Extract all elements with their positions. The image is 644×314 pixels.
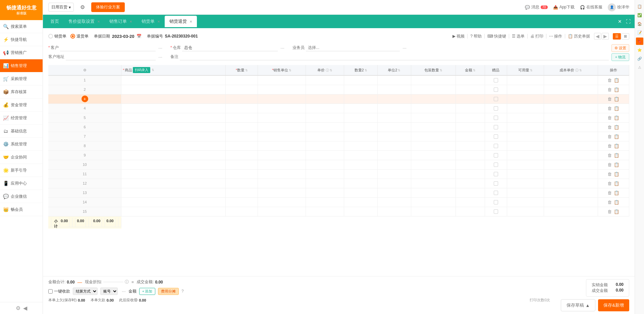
copy-row-icon-1[interactable]: 📋 bbox=[614, 87, 619, 92]
daily-category-select[interactable]: 日用百货 ▾ bbox=[48, 3, 74, 12]
video-toolbar-btn[interactable]: ▶ 视频 bbox=[452, 34, 465, 39]
gift-checkbox-3[interactable] bbox=[494, 106, 498, 111]
delete-row-icon-9[interactable]: 🗑 bbox=[607, 162, 612, 167]
gift-checkbox-9[interactable] bbox=[494, 163, 498, 167]
float-btn-6[interactable]: ⭐ bbox=[636, 46, 643, 54]
barcode-scan-btn[interactable]: 扫码录入 bbox=[133, 67, 150, 73]
delete-row-icon-12[interactable]: 🗑 bbox=[607, 190, 612, 195]
sidebar-item-finance[interactable]: 💰 资金管理 bbox=[0, 99, 43, 112]
delete-row-icon-8[interactable]: 🗑 bbox=[607, 153, 612, 158]
sidebar-item-shortcut[interactable]: ⚡ 快捷导航 bbox=[0, 33, 43, 46]
delete-row-icon-10[interactable]: 🗑 bbox=[607, 172, 612, 177]
maximize-tab-btn[interactable]: ⛶ bbox=[625, 18, 632, 25]
gift-checkbox-11[interactable] bbox=[494, 181, 498, 186]
one-click-pay-check[interactable] bbox=[48, 289, 53, 294]
gift-checkbox-10[interactable] bbox=[494, 172, 498, 176]
delete-row-icon-6[interactable]: 🗑 bbox=[607, 134, 612, 139]
print-toolbar-btn[interactable]: 🖨 打印 bbox=[530, 34, 543, 39]
split-cost-btn[interactable]: 费用分摊 bbox=[158, 288, 179, 295]
salesperson-input[interactable] bbox=[306, 44, 400, 51]
prev-record-btn[interactable]: ◀ bbox=[594, 33, 601, 40]
customer-select-btn[interactable]: ··· bbox=[158, 45, 162, 51]
copy-row-icon-8[interactable]: 📋 bbox=[614, 153, 619, 158]
gift-checkbox-14[interactable] bbox=[494, 209, 498, 214]
header-gear-button[interactable]: ⚙ bbox=[78, 3, 87, 12]
float-btn-7[interactable]: 🔗 bbox=[636, 55, 643, 62]
gift-checkbox-12[interactable] bbox=[494, 191, 498, 195]
tab-sales-order[interactable]: 销售订单✕ bbox=[105, 16, 137, 27]
delete-row-icon-14[interactable]: 🗑 bbox=[607, 209, 612, 214]
save-draft-button[interactable]: 保存草稿 ▲ bbox=[561, 299, 595, 311]
salesperson-select-btn[interactable]: ··· bbox=[402, 45, 407, 51]
float-btn-2[interactable]: ✅ bbox=[636, 11, 643, 19]
copy-row-icon-6[interactable]: 📋 bbox=[614, 134, 619, 139]
account-select[interactable]: 账号 bbox=[100, 288, 118, 295]
product-input-2[interactable] bbox=[123, 97, 224, 101]
copy-row-icon-14[interactable]: 📋 bbox=[614, 209, 619, 214]
settings-extra-btn[interactable]: ⚙ 设置 bbox=[611, 44, 629, 52]
sidebar-item-enterprise[interactable]: 🤝 企业协同 bbox=[0, 151, 43, 164]
tab-close-sales-delivery[interactable]: ✕ bbox=[157, 20, 160, 23]
copy-row-icon-11[interactable]: 📋 bbox=[614, 181, 619, 186]
delete-row-icon-5[interactable]: 🗑 bbox=[607, 125, 612, 130]
gift-checkbox-13[interactable] bbox=[494, 200, 498, 204]
warehouse-select-btn[interactable]: ··· bbox=[280, 45, 284, 51]
copy-row-icon-0[interactable]: 📋 bbox=[614, 78, 619, 83]
sales-radio[interactable]: 销货单 bbox=[48, 34, 66, 39]
tab-sales-delivery[interactable]: 销货单✕ bbox=[137, 16, 165, 27]
float-btn-8[interactable]: ⚠ bbox=[636, 64, 643, 71]
calendar-icon[interactable]: 📅 bbox=[137, 34, 142, 39]
select-toolbar-btn[interactable]: ☰ 选单 bbox=[512, 34, 525, 39]
address-input[interactable] bbox=[66, 53, 156, 60]
sidebar-item-member[interactable]: 👑 畅会员 bbox=[0, 203, 43, 216]
save-new-button[interactable]: 保存&新增 bbox=[598, 299, 629, 311]
table-gear-header[interactable]: ⚙ bbox=[48, 65, 121, 75]
customer-service-button[interactable]: 🎧 在线客服 bbox=[580, 4, 602, 10]
gift-checkbox-4[interactable] bbox=[494, 116, 498, 120]
warehouse-input[interactable] bbox=[182, 44, 278, 51]
message-button[interactable]: 💬 消息 70 bbox=[525, 4, 548, 10]
remark-input[interactable] bbox=[180, 53, 609, 60]
gift-checkbox-6[interactable] bbox=[494, 134, 498, 139]
tab-home[interactable]: 首页 bbox=[46, 16, 64, 27]
tab-close-sales-return[interactable]: ✕ bbox=[190, 20, 192, 23]
sidebar-item-inventory[interactable]: 📦 库存核算 bbox=[0, 85, 43, 99]
next-record-btn[interactable]: ▶ bbox=[602, 33, 609, 40]
discount-info-icon[interactable]: ⓘ bbox=[125, 279, 129, 285]
account-more-btn[interactable]: ··· bbox=[122, 289, 126, 294]
gift-checkbox-2[interactable] bbox=[494, 97, 498, 101]
copy-row-icon-9[interactable]: 📋 bbox=[614, 162, 619, 167]
shortcut-toolbar-btn[interactable]: ⌨ 快捷键 bbox=[487, 34, 506, 39]
delete-row-icon-4[interactable]: 🗑 bbox=[607, 115, 612, 120]
tab-close-price-setting[interactable]: ✕ bbox=[97, 20, 100, 23]
copy-row-icon-5[interactable]: 📋 bbox=[614, 125, 619, 130]
sidebar-item-wechat[interactable]: 💬 企业微信 bbox=[0, 190, 43, 203]
address-select-btn[interactable]: ··· bbox=[158, 54, 162, 60]
sidebar-item-appstore[interactable]: 📱 应用中心 bbox=[0, 177, 43, 190]
tab-sales-return[interactable]: 销货退货✕ bbox=[165, 16, 197, 27]
return-radio[interactable]: 退货单 bbox=[70, 34, 89, 39]
delete-row-icon-11[interactable]: 🗑 bbox=[607, 181, 612, 186]
tab-close-sales-order[interactable]: ✕ bbox=[129, 20, 132, 23]
sidebar-item-operation[interactable]: 📈 经营管理 bbox=[0, 112, 43, 125]
experience-button[interactable]: 体验行业方案 bbox=[91, 2, 125, 12]
copy-row-icon-12[interactable]: 📋 bbox=[614, 190, 619, 195]
help-toolbar-btn[interactable]: ? 帮助 bbox=[470, 34, 482, 39]
copy-row-icon-10[interactable]: 📋 bbox=[614, 172, 619, 177]
copy-row-icon-13[interactable]: 📋 bbox=[614, 200, 619, 205]
list-view-btn[interactable]: ⊞ bbox=[622, 33, 629, 40]
delete-row-icon-3[interactable]: 🗑 bbox=[607, 106, 612, 111]
sidebar-item-newbie[interactable]: 🌟 新手引导 bbox=[0, 164, 43, 177]
sidebar-item-search[interactable]: 🔍 搜索菜单 bbox=[0, 20, 43, 33]
copy-row-icon-7[interactable]: 📋 bbox=[614, 143, 619, 148]
settings-icon[interactable]: ⚙ bbox=[16, 305, 20, 311]
sidebar-item-sales[interactable]: 📊 销售管理 bbox=[0, 59, 43, 72]
close-tab-btn[interactable]: ✕ bbox=[616, 18, 623, 25]
history-toolbar-btn[interactable]: 📋 历史单据 bbox=[568, 34, 590, 39]
grid-view-btn[interactable]: ☰ bbox=[613, 33, 621, 40]
collapse-icon[interactable]: ◀ bbox=[23, 305, 27, 311]
app-download-button[interactable]: 📥 App下载 bbox=[553, 4, 575, 10]
user-menu-button[interactable]: 👤 徐泽华 bbox=[608, 3, 629, 11]
operation-toolbar-btn[interactable]: ⋯ 操作 bbox=[549, 34, 562, 39]
gift-checkbox-7[interactable] bbox=[494, 144, 498, 148]
